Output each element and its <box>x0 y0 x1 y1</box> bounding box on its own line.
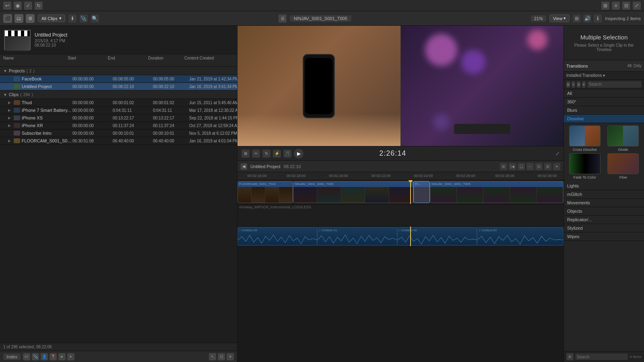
trans-tool1[interactable]: ⊞ <box>566 81 570 88</box>
col-duration-header[interactable]: Duration <box>148 56 184 65</box>
playhead[interactable] <box>410 180 411 204</box>
clip-row-subscribe[interactable]: Subscribe Intro 00:00:00:00 00:00:10:01 … <box>0 130 237 137</box>
cursor-icon[interactable]: ↖ <box>209 353 216 360</box>
trans-cross-dissolve[interactable]: Cross Dissolve <box>566 125 603 152</box>
col-name-header[interactable]: Name <box>3 56 68 65</box>
video-clip-ninjav2[interactable]: NINJAV_S001_S001_T005 <box>430 181 564 203</box>
layout-icon[interactable]: ⊞ <box>573 14 581 23</box>
tl-icon1[interactable]: ⊞ <box>500 163 507 170</box>
transport-speed-icon[interactable]: ⚡ <box>273 150 281 158</box>
trans-footer-icon[interactable]: ⊞ <box>566 353 574 360</box>
tl-icon6[interactable]: ⊞ <box>544 163 551 170</box>
trans-fade-to-color[interactable]: Fade To Color <box>566 153 603 179</box>
tools-icon[interactable]: ⚙ <box>26 14 35 23</box>
transport-ripple-icon[interactable]: ↻ <box>262 150 270 158</box>
audio-clip-48[interactable]: ♪ Untitled-48 <box>397 227 477 245</box>
trans-cat-movements[interactable]: Movements <box>564 199 644 207</box>
timeline-container: ◀ Untitled Project 08:22:10 ⊞ |◀ 🎧 ─ ⊟ ⊞… <box>237 161 564 362</box>
list-icon[interactable]: ≡ <box>612 2 620 10</box>
tool-icon[interactable]: ▾ <box>227 353 234 360</box>
play-button[interactable]: ▶ <box>294 149 303 158</box>
audio-clip-41[interactable]: ♪ Untitled-41 <box>317 227 397 245</box>
trans-cat-mglitch[interactable]: mGlitch <box>564 190 644 199</box>
refresh-icon[interactable]: ↻ <box>35 2 43 10</box>
view-button[interactable]: View ▾ <box>549 14 570 22</box>
zoom-level[interactable]: 21% <box>531 15 546 22</box>
installed-transitions-dropdown[interactable]: Installed Transitions ▾ <box>564 72 644 80</box>
transitions-search[interactable] <box>587 81 642 88</box>
video-clip-ninjav1[interactable]: NINJAV_S001_S001_T005 <box>293 181 414 203</box>
trans-cat-360[interactable]: 360° <box>564 98 644 106</box>
person-icon[interactable]: 👤 <box>41 353 48 360</box>
subscribe-name: Subscribe Intro <box>22 131 52 136</box>
audio-clip-39[interactable]: ♪ Untitled-39 <box>237 227 317 245</box>
trans-cat-lights[interactable]: Lights <box>564 182 644 190</box>
trans-cat-wipes[interactable]: Wipes <box>564 232 644 241</box>
project-row-facebook[interactable]: FaceBook 00:00:00:00 00:08:05:00 00:08:0… <box>0 75 237 83</box>
clip-icon[interactable]: 📎 <box>80 14 88 23</box>
clip-row-iphone7[interactable]: ▶ iPhone 7 Smart Battery... 00:00:00:00 … <box>0 107 237 114</box>
untitled-name: Untitled Project <box>22 84 52 89</box>
clip-icon[interactable]: 📎 <box>32 353 39 360</box>
clip-row-iphonexr[interactable]: ▶ iPhone XR 00:00:00:00 00:11:37:24 00:1… <box>0 122 237 130</box>
audio-clip-54[interactable]: ♪ Untitled-54 <box>477 227 564 245</box>
clip-row-iphonexs[interactable]: ▶ iPhone XS 00:00:00:00 00:13:22:17 00:1… <box>0 114 237 122</box>
trans-tool3[interactable]: ⊟ <box>577 81 580 88</box>
tl-icon4[interactable]: ─ <box>526 163 534 170</box>
projects-count: ( <box>27 69 28 73</box>
undo-icon[interactable]: ↩ <box>3 2 11 10</box>
split-icon[interactable]: ⊟ <box>622 2 630 10</box>
star-icon[interactable]: ★ <box>58 353 66 360</box>
clips-dropdown[interactable]: All Clips ▾ <box>38 14 65 22</box>
trans-flow[interactable]: Flow <box>605 153 642 179</box>
transport-prev-icon[interactable]: ⊞ <box>242 150 250 158</box>
trans-footer-search[interactable] <box>575 354 628 360</box>
project-thumbnail: Untitled Project 2/15/19, 4:17 PM 08:08:… <box>0 26 237 54</box>
clips-section-header[interactable]: ▼ Clips ( 294 ) <box>0 90 237 99</box>
4k-only-label[interactable]: 4K Only <box>627 64 642 68</box>
transitions-tab[interactable]: Transitions <box>566 64 588 68</box>
trans-tool4[interactable]: ▾ <box>582 81 586 88</box>
project-row-untitled[interactable]: Untitled Project 00:00:00:00 00:08:22:10… <box>0 83 237 90</box>
index-tab[interactable]: Index <box>3 354 21 360</box>
clip-row-thud[interactable]: ▶ Thud 00:00:00:00 00:00:01:02 00:00:01:… <box>0 99 237 107</box>
clip-row-floorcam[interactable]: ▶ FLOORCAM_S001_S00... 06:30:51:08 06:40… <box>0 137 237 145</box>
grid-icon[interactable]: ⊞ <box>601 2 609 10</box>
record-icon[interactable]: ◉ <box>14 2 22 10</box>
trans-cat-blurs[interactable]: Blurs <box>564 106 644 115</box>
timeline-back-icon[interactable]: ◀ <box>241 163 247 170</box>
tl-icon7[interactable]: ▾ <box>553 163 560 170</box>
transport-audio-icon[interactable]: 🎵 <box>283 150 291 158</box>
phone-preview-bg <box>237 26 400 146</box>
trans-divide[interactable]: Divide <box>605 125 642 152</box>
audio-icon[interactable]: 🔊 <box>583 14 591 23</box>
trans-cat-objects[interactable]: Objects <box>564 207 644 216</box>
tl-icon2[interactable]: |◀ <box>509 163 516 170</box>
folder-icon[interactable]: 🗂 <box>14 14 23 23</box>
expand-icon2[interactable]: ⤢ <box>555 151 559 156</box>
video-clip-floorcam[interactable]: FLOORCAM_S001_T010 <box>237 181 293 203</box>
trans-cat-replicator[interactable]: Replicator/... <box>564 216 644 224</box>
trans-cat-dissolve[interactable]: Dissolve <box>564 115 644 123</box>
location-icon[interactable]: 📍 <box>50 353 57 360</box>
col-end-header[interactable]: End <box>108 56 148 65</box>
info-icon[interactable]: ℹ <box>594 14 602 23</box>
col-start-header[interactable]: Start <box>68 56 108 65</box>
media-icon[interactable]: ⬛ <box>3 14 12 23</box>
tl-icon5[interactable]: ⊟ <box>535 163 543 170</box>
trans-cat-all[interactable]: All <box>564 89 644 98</box>
import-icon[interactable]: ⬇ <box>68 14 76 23</box>
more-icon[interactable]: ▾ <box>67 353 74 360</box>
projects-section-header[interactable]: ▼ Projects ( 2 ) <box>0 67 237 75</box>
trans-tool2[interactable]: ≡ <box>572 81 575 88</box>
video-clip-fl[interactable]: FL... <box>413 181 430 203</box>
transport-cut-icon[interactable]: ✂ <box>252 150 260 158</box>
trans-cat-stylized[interactable]: Stylized <box>564 224 644 232</box>
check-icon[interactable]: ✓ <box>24 2 32 10</box>
iphone7-name: iPhone 7 Smart Battery... <box>22 108 71 113</box>
tl-icon3[interactable]: 🎧 <box>518 163 525 170</box>
expand-icon[interactable]: ⤢ <box>633 2 641 10</box>
search-icon[interactable]: 🔍 <box>91 14 99 23</box>
tag-icon[interactable]: 🏷 <box>23 353 30 360</box>
select-icon[interactable]: ⊡ <box>218 353 225 360</box>
